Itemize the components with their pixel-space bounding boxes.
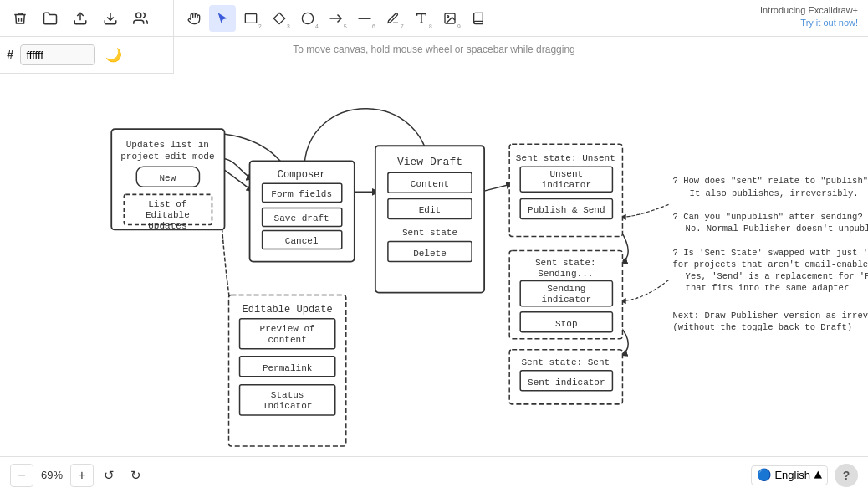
color-input[interactable] xyxy=(20,44,95,65)
svg-text:Status: Status xyxy=(271,390,304,400)
zoom-level: 69% xyxy=(37,469,67,481)
diamond-num: 3 xyxy=(287,23,290,30)
tool-group: 2 3 4 5 6 xyxy=(181,5,492,32)
text-num: 8 xyxy=(429,23,432,30)
zoom-out-button[interactable]: − xyxy=(10,464,33,487)
svg-text:Unsent: Unsent xyxy=(549,169,583,179)
svg-text:content: content xyxy=(268,335,307,345)
svg-text:Sent state: Unsent: Sent state: Unsent xyxy=(516,153,615,163)
undo-button[interactable]: ↺ xyxy=(97,464,120,487)
open-button[interactable] xyxy=(37,5,64,32)
canvas-area[interactable]: Updates list in project edit mode New Li… xyxy=(0,37,868,456)
svg-text:Preview of: Preview of xyxy=(260,324,315,334)
svg-text:Sent state:: Sent state: xyxy=(535,258,596,268)
promo-banner: Introducing Excalidraw+ Try it out now! xyxy=(760,5,858,30)
collaborators-button[interactable] xyxy=(127,5,154,32)
zoom-controls: − 69% + ↺ ↻ xyxy=(10,464,147,487)
export-button[interactable] xyxy=(97,5,124,32)
chevron-up-icon: ▲ xyxy=(814,468,822,483)
svg-text:? Can you "unpublish" after se: ? Can you "unpublish" after sending? xyxy=(673,212,863,222)
shield-icon: 🔵 xyxy=(757,468,771,482)
svg-text:Publish & Send: Publish & Send xyxy=(528,205,605,215)
canvas-hint: To move canvas, hold mouse wheel or spac… xyxy=(293,44,575,55)
clear-button[interactable] xyxy=(7,5,33,32)
diagram-svg: Updates list in project edit mode New Li… xyxy=(0,37,868,456)
arrow-num: 5 xyxy=(344,23,347,30)
hash-label: # xyxy=(7,49,13,62)
svg-text:Updates list in: Updates list in xyxy=(126,140,209,150)
svg-text:Content: Content xyxy=(411,179,449,189)
svg-text:that fits into the same adapte: that fits into the same adapter xyxy=(686,283,850,293)
svg-text:List of: List of xyxy=(148,199,186,209)
right-controls: 🔵 English ▲ ? xyxy=(751,464,858,487)
zoom-in-button[interactable]: + xyxy=(70,464,94,487)
pen-num: 7 xyxy=(401,23,404,30)
svg-text:Indicator: Indicator xyxy=(263,401,313,411)
redo-button[interactable]: ↻ xyxy=(124,464,147,487)
svg-text:No. Normal Publisher doesn't u: No. Normal Publisher doesn't unpublish e… xyxy=(686,223,868,234)
save-button[interactable] xyxy=(67,5,94,32)
svg-text:Editable Update: Editable Update xyxy=(243,304,333,316)
svg-text:Delete: Delete xyxy=(413,249,447,259)
svg-text:Editable: Editable xyxy=(146,210,190,220)
select-tool[interactable] xyxy=(209,5,236,32)
svg-text:Form fields: Form fields xyxy=(271,189,332,199)
image-num: 9 xyxy=(457,23,461,30)
svg-text:Sent state: Sent: Sent state: Sent xyxy=(521,357,610,367)
dark-mode-button[interactable]: 🌙 xyxy=(102,44,125,67)
promo-line1: Introducing Excalidraw+ xyxy=(760,5,858,15)
svg-text:? Is 'Sent State' swapped with: ? Is 'Sent State' swapped with just 'Pub… xyxy=(673,248,868,258)
language-dropdown[interactable]: English xyxy=(774,469,810,481)
svg-text:Edit: Edit xyxy=(419,205,441,215)
hand-tool[interactable] xyxy=(181,5,207,32)
svg-text:(without the toggle back to Dr: (without the toggle back to Draft) xyxy=(673,322,853,332)
svg-text:Cancel: Cancel xyxy=(285,236,319,246)
svg-text:Updates: Updates xyxy=(148,221,186,231)
library-tool[interactable] xyxy=(465,5,492,32)
svg-text:Sent state: Sent state xyxy=(402,228,457,238)
svg-point-11 xyxy=(447,15,449,17)
svg-text:View Draft: View Draft xyxy=(397,156,462,168)
svg-text:project edit mode: project edit mode xyxy=(120,151,214,162)
help-button[interactable]: ? xyxy=(835,464,858,487)
svg-text:Yes, 'Send' is a replacement f: Yes, 'Send' is a replacement for 'Publis… xyxy=(686,271,868,281)
circle-num: 4 xyxy=(315,23,319,30)
svg-text:Next: Draw Publisher version a: Next: Draw Publisher version as irrevers… xyxy=(673,311,868,321)
bottom-bar: − 69% + ↺ ↻ 🔵 English ▲ ? xyxy=(0,456,868,493)
svg-text:Save draft: Save draft xyxy=(274,213,329,223)
svg-point-5 xyxy=(302,13,313,23)
svg-text:Stop: Stop xyxy=(555,319,577,329)
svg-text:Sent indicator: Sent indicator xyxy=(528,377,605,388)
svg-text:New: New xyxy=(159,173,176,183)
svg-marker-4 xyxy=(273,13,284,23)
svg-text:Composer: Composer xyxy=(278,169,326,181)
rect-num: 2 xyxy=(258,23,262,30)
svg-text:indicator: indicator xyxy=(542,180,592,190)
left-toolbar xyxy=(0,0,174,37)
promo-link[interactable]: Try it out now! xyxy=(800,18,858,28)
svg-text:? How does "sent" relate to "p: ? How does "sent" relate to "publish"? xyxy=(673,176,868,186)
svg-point-2 xyxy=(136,13,141,18)
svg-text:Permalink: Permalink xyxy=(263,363,313,373)
svg-text:for projects that aren't email: for projects that aren't email-enabled? xyxy=(673,259,868,270)
language-selector[interactable]: 🔵 English ▲ xyxy=(751,465,828,485)
svg-rect-3 xyxy=(245,13,256,23)
color-bar: # 🌙 xyxy=(0,37,174,74)
line-num: 6 xyxy=(372,23,375,30)
svg-text:indicator: indicator xyxy=(542,295,592,305)
svg-text:Sending...: Sending... xyxy=(538,269,593,279)
svg-text:Sending: Sending xyxy=(547,284,585,294)
svg-text:It also publishes, irreversibl: It also publishes, irreversibly. xyxy=(690,188,859,198)
